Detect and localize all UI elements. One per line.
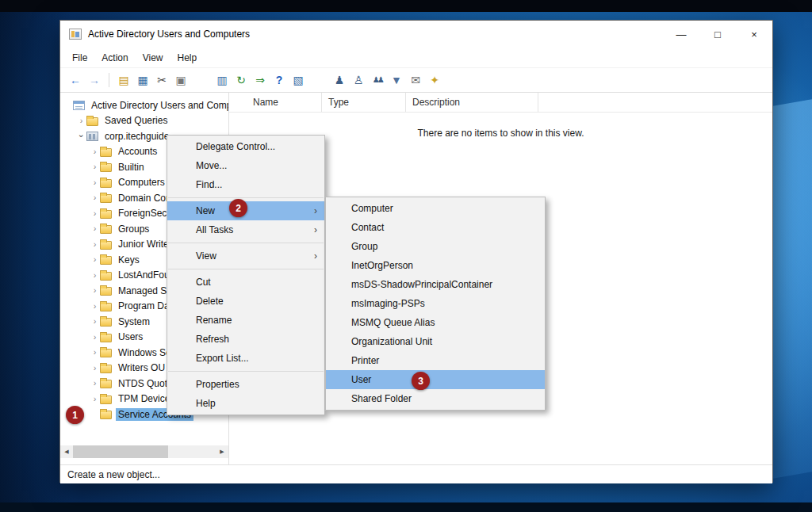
paste-icon[interactable]: ▣ [172, 71, 190, 89]
expand-arrow-icon[interactable]: › [90, 317, 99, 326]
export-list-icon[interactable]: ⇒ [251, 71, 269, 89]
show-console-tree-icon[interactable]: ▦ [134, 71, 151, 89]
menu-item-computer[interactable]: Computer [326, 199, 545, 218]
expand-arrow-icon[interactable]: › [90, 286, 99, 295]
expand-arrow-icon[interactable]: › [90, 333, 99, 342]
forward-icon[interactable]: → [86, 71, 103, 89]
menu-item-rename[interactable]: Rename [167, 311, 324, 330]
expand-arrow-icon[interactable]: › [90, 271, 99, 280]
menu-item-cut[interactable]: Cut [167, 273, 324, 292]
view-menu-icon[interactable]: ▧ [289, 71, 307, 89]
status-bar: Create a new object... [60, 464, 772, 483]
expand-arrow-icon[interactable]: › [90, 302, 99, 311]
scroll-right-button[interactable]: ▶ [216, 445, 228, 458]
column-headers: NameTypeDescription [229, 93, 772, 113]
delegate-icon[interactable]: ✦ [426, 71, 443, 89]
menu-item-label: MSMQ Queue Alias [351, 317, 435, 328]
up-one-level-icon[interactable]: ▤ [115, 71, 132, 89]
column-header-name[interactable]: Name [229, 93, 322, 112]
folder-icon [100, 148, 112, 157]
expand-arrow-icon[interactable]: › [90, 209, 99, 218]
menu-action[interactable]: Action [94, 49, 135, 67]
title-bar[interactable]: Active Directory Users and Computers — □… [60, 21, 772, 48]
menu-item-all-tasks[interactable]: All Tasks› [167, 220, 324, 239]
tree-item-label: Active Directory Users and Comp [89, 99, 229, 112]
menu-item-find[interactable]: Find... [167, 175, 324, 194]
close-button[interactable]: × [736, 21, 772, 48]
menu-item-msds-shadowprincipalcontainer[interactable]: msDS-ShadowPrincipalContainer [326, 275, 545, 294]
menu-item-contact[interactable]: Contact [326, 218, 545, 237]
new-user-icon[interactable]: ♟ [331, 71, 348, 89]
annotation-step-3: 3 [412, 372, 430, 390]
folder-icon [100, 272, 112, 281]
folder-icon [100, 365, 112, 373]
menu-item-label: Shared Folder [351, 393, 412, 404]
expand-arrow-icon[interactable]: › [90, 379, 99, 388]
menu-item-refresh[interactable]: Refresh [167, 330, 324, 349]
refresh-icon[interactable]: ↻ [232, 71, 250, 89]
tree-item-label: Keys [116, 254, 142, 266]
menu-help[interactable]: Help [170, 49, 205, 67]
new-contact-icon[interactable]: ♙ [350, 71, 367, 89]
menu-item-inetorgperson[interactable]: InetOrgPerson [326, 256, 545, 275]
expand-arrow-icon[interactable]: › [77, 117, 86, 125]
collapse-arrow-icon[interactable]: › [77, 132, 86, 140]
folder-icon [100, 241, 112, 250]
menu-item-msmq-queue-alias[interactable]: MSMQ Queue Alias [326, 313, 545, 332]
menu-separator [168, 269, 324, 269]
cut-icon[interactable]: ✂ [153, 71, 170, 89]
menu-item-label: Help [196, 398, 216, 409]
menu-file[interactable]: File [65, 49, 94, 67]
scroll-thumb[interactable] [73, 445, 168, 458]
help-icon[interactable]: ? [270, 71, 288, 89]
expand-arrow-icon[interactable]: › [90, 240, 99, 249]
tree-item-label: Saved Queries [102, 114, 170, 127]
menu-item-delegate-control[interactable]: Delegate Control... [167, 137, 324, 156]
menu-item-label: Organizational Unit [351, 336, 432, 347]
tree-item-active-directory-users-and-comp[interactable]: Active Directory Users and Comp [60, 97, 228, 113]
column-header-description[interactable]: Description [406, 93, 538, 112]
tree-horizontal-scrollbar[interactable]: ◀ ▶ [60, 445, 228, 458]
back-icon[interactable]: ← [67, 71, 84, 89]
menu-view[interactable]: View [136, 49, 170, 67]
menu-item-move[interactable]: Move... [167, 156, 324, 175]
folder-icon [100, 179, 112, 188]
wallpaper-beam [768, 99, 812, 480]
expand-arrow-icon[interactable]: › [90, 147, 99, 156]
expand-arrow-icon[interactable]: › [90, 224, 99, 233]
tree-item-label: Computers [116, 176, 167, 189]
menu-item-label: Delegate Control... [196, 141, 275, 152]
menu-item-export-list[interactable]: Export List... [167, 349, 324, 368]
menu-item-help[interactable]: Help [167, 394, 324, 413]
menu-item-view[interactable]: View› [167, 246, 324, 266]
tree-item-saved-queries[interactable]: ›Saved Queries [60, 113, 228, 129]
column-header-type[interactable]: Type [322, 93, 406, 112]
minimize-button[interactable]: — [663, 21, 699, 48]
display-options-icon[interactable]: ✉ [407, 71, 424, 89]
menu-item-printer[interactable]: Printer [326, 351, 545, 370]
menu-item-label: Properties [196, 379, 239, 390]
expand-arrow-icon[interactable]: › [90, 178, 99, 187]
tree-item-label: Users [116, 331, 145, 343]
expand-arrow-icon[interactable]: › [90, 193, 99, 202]
scroll-left-button[interactable]: ◀ [60, 445, 73, 458]
maximize-button[interactable]: □ [699, 21, 736, 48]
expand-arrow-icon[interactable]: › [90, 364, 99, 373]
tree-item-label: Accounts [116, 145, 159, 158]
new-group-icon[interactable]: ♟♟ [369, 71, 386, 89]
menu-item-organizational-unit[interactable]: Organizational Unit [326, 332, 545, 351]
expand-arrow-icon[interactable]: › [90, 348, 99, 357]
menu-item-msimaging-psps[interactable]: msImaging-PSPs [326, 294, 545, 313]
menu-item-shared-folder[interactable]: Shared Folder [326, 389, 545, 408]
properties-icon[interactable]: ▥ [213, 71, 231, 89]
expand-arrow-icon[interactable]: › [90, 162, 99, 171]
expand-arrow-icon[interactable]: › [90, 395, 99, 403]
menu-item-properties[interactable]: Properties [167, 375, 324, 394]
menu-item-label: Contact [351, 222, 384, 233]
menu-item-group[interactable]: Group [326, 237, 545, 256]
folder-icon [100, 194, 112, 203]
menu-item-delete[interactable]: Delete [167, 292, 324, 311]
set-filter-icon[interactable]: ▼ [388, 71, 405, 89]
menu-item-user[interactable]: User [326, 370, 545, 389]
expand-arrow-icon[interactable]: › [90, 255, 99, 264]
